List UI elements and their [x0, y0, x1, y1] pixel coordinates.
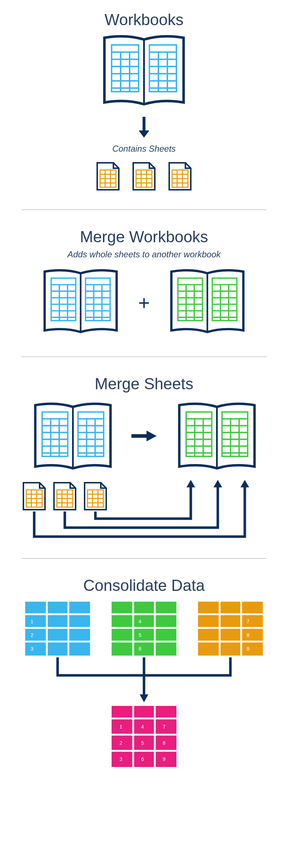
sheet-file-icon	[95, 161, 121, 192]
svg-text:9: 9	[163, 756, 166, 762]
section-subtitle: Adds whole sheets to another workbook	[14, 249, 274, 260]
section-title: Merge Workbooks	[14, 228, 274, 246]
svg-text:6: 6	[139, 646, 141, 652]
svg-text:7: 7	[163, 724, 166, 730]
sheet-file-icon	[85, 483, 106, 510]
consolidate-diagram: 1 2 3 4 5 6 7 8 9	[14, 598, 274, 771]
svg-text:2: 2	[120, 740, 122, 746]
svg-text:1: 1	[120, 724, 122, 730]
divider	[22, 558, 266, 559]
svg-text:5: 5	[139, 632, 141, 638]
sheet-file-icon	[167, 161, 193, 192]
contains-label: Contains Sheets	[14, 144, 274, 154]
section-title: Workbooks	[14, 11, 274, 29]
svg-text:3: 3	[31, 646, 33, 652]
arrow-down-icon	[137, 117, 151, 138]
plus-icon: +	[138, 291, 150, 314]
svg-text:5: 5	[141, 740, 144, 746]
sheet-files-row	[14, 161, 274, 192]
svg-text:8: 8	[163, 740, 166, 746]
workbook-green-icon	[157, 267, 258, 339]
svg-text:6: 6	[141, 756, 144, 762]
merge-sheets-diagram	[14, 396, 274, 540]
svg-text:7: 7	[247, 619, 249, 624]
svg-text:2: 2	[31, 632, 33, 638]
divider	[22, 357, 266, 357]
svg-text:9: 9	[247, 646, 249, 652]
svg-text:8: 8	[247, 632, 249, 638]
workbook-icon	[90, 32, 198, 111]
svg-text:3: 3	[120, 756, 122, 762]
svg-text:1: 1	[31, 619, 33, 624]
svg-text:4: 4	[141, 724, 144, 730]
divider	[22, 210, 266, 210]
section-title: Merge Sheets	[14, 375, 274, 393]
workbook-cyan-icon	[30, 267, 131, 339]
section-title: Consolidate Data	[14, 577, 274, 594]
svg-text:4: 4	[139, 619, 141, 624]
sheet-file-icon	[131, 161, 157, 192]
sheet-file-icon	[54, 483, 76, 510]
sheet-file-icon	[23, 483, 45, 510]
